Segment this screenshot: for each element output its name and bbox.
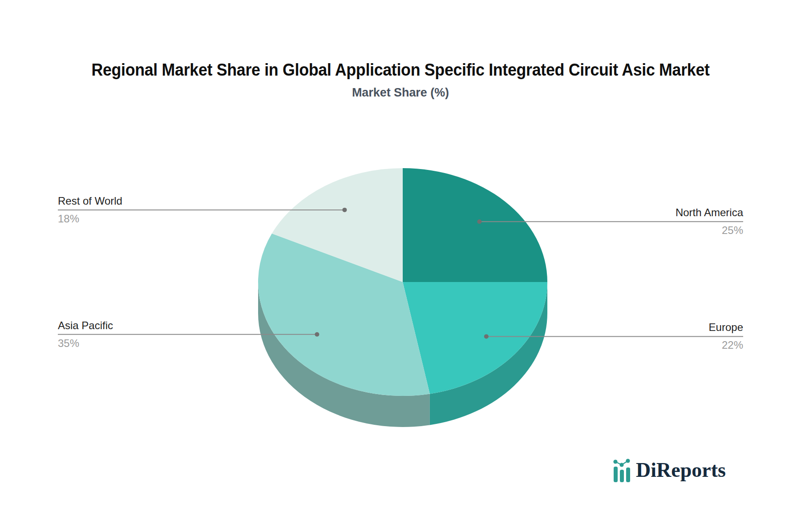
slice-percent-asia-pacific: 35% xyxy=(58,337,79,350)
leader-dot-rest-of-world xyxy=(342,208,347,212)
slice-label-asia-pacific: Asia Pacific xyxy=(58,319,113,332)
logo-text: DiReports xyxy=(636,458,726,482)
slice-percent-north-america: 25% xyxy=(722,224,743,237)
pie-slice-north-america[interactable] xyxy=(403,168,547,282)
slice-percent-rest-of-world: 18% xyxy=(58,213,79,225)
slice-label-europe: Europe xyxy=(709,321,743,334)
slice-percent-europe: 22% xyxy=(722,339,743,351)
pie-slices xyxy=(258,168,547,396)
pie-chart xyxy=(0,0,801,532)
direports-logo: DiReports xyxy=(613,456,726,482)
leader-dot-europe xyxy=(484,334,489,339)
leader-dot-asia-pacific xyxy=(315,332,319,337)
slice-label-rest-of-world: Rest of World xyxy=(58,195,122,207)
slice-label-north-america: North America xyxy=(676,206,743,219)
leader-dot-north-america xyxy=(477,219,481,224)
chart-canvas: Regional Market Share in Global Applicat… xyxy=(0,0,801,532)
bar-chart-logo-icon xyxy=(613,458,632,482)
